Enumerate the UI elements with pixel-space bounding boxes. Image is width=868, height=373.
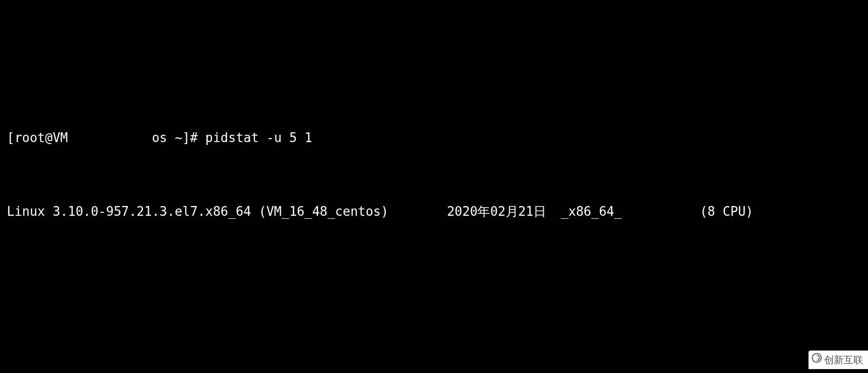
blank-line [7, 276, 861, 294]
architecture: _x86_64_ [561, 203, 622, 221]
kernel-string: Linux 3.10.0-957.21.3.el7.x86_64 (VM_16_… [7, 203, 389, 221]
truncated-top-line [7, 55, 861, 74]
command-entered: pidstat -u 5 1 [205, 130, 312, 145]
terminal-output[interactable]: [root@VM_10_40_centos ~]# pidstat -u 5 1… [0, 0, 868, 373]
watermark-badge: 创新互联 [809, 351, 868, 369]
cpu-count: (8 CPU) [700, 203, 753, 221]
watermark-text: 创新互联 [824, 353, 863, 367]
redacted-hostname: _10_40_cent [68, 129, 152, 147]
blank-line [7, 331, 861, 350]
watermark-logo-icon [811, 352, 822, 367]
report-date: 2020年02月21日 [447, 203, 546, 221]
uname-line: Linux 3.10.0-957.21.3.el7.x86_64 (VM_16_… [7, 203, 861, 221]
shell-prompt-line: [root@VM_10_40_centos ~]# pidstat -u 5 1 [7, 129, 861, 147]
